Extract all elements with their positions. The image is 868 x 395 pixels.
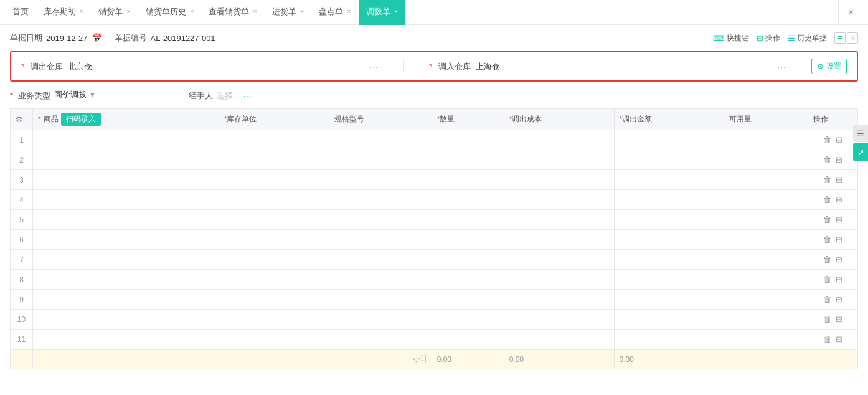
delete-icon-5[interactable]: 🗑: [823, 215, 831, 224]
spec-cell-4[interactable]: [329, 190, 432, 210]
tab-close-sales-history[interactable]: ×: [190, 8, 194, 15]
business-type-select[interactable]: 同价调拨 ▼: [54, 89, 154, 102]
spec-cell-11[interactable]: [329, 330, 432, 350]
spec-cell-2[interactable]: [329, 150, 432, 170]
qty-cell-11[interactable]: [432, 330, 504, 350]
product-cell-5[interactable]: [33, 210, 219, 230]
copy-icon-10[interactable]: ⊞: [836, 315, 842, 324]
th-gear[interactable]: ⚙: [11, 109, 33, 130]
side-tool-list-button[interactable]: ☰: [853, 125, 868, 142]
cost-cell-6[interactable]: [504, 230, 614, 250]
tab-close-transfer[interactable]: ×: [394, 8, 398, 15]
copy-icon-2[interactable]: ⊞: [836, 155, 842, 164]
delete-icon-11[interactable]: 🗑: [823, 335, 831, 344]
amount-cell-4[interactable]: [614, 190, 724, 210]
handler-placeholder[interactable]: 选择...: [217, 90, 240, 102]
tab-sales-order[interactable]: 销货单 ×: [91, 0, 138, 25]
unit-cell-8[interactable]: [219, 270, 329, 290]
unit-cell-4[interactable]: [219, 190, 329, 210]
amount-cell-7[interactable]: [614, 250, 724, 270]
copy-icon-5[interactable]: ⊞: [836, 215, 842, 224]
cost-cell-5[interactable]: [504, 210, 614, 230]
unit-cell-1[interactable]: [219, 130, 329, 150]
unit-cell-3[interactable]: [219, 170, 329, 190]
product-cell-8[interactable]: [33, 270, 219, 290]
qty-cell-5[interactable]: [432, 210, 504, 230]
copy-icon-11[interactable]: ⊞: [836, 335, 842, 344]
qty-cell-4[interactable]: [432, 190, 504, 210]
spec-cell-5[interactable]: [329, 210, 432, 230]
view-grid-button[interactable]: ⊞: [847, 32, 858, 44]
qty-cell-9[interactable]: [432, 290, 504, 310]
cost-cell-8[interactable]: [504, 270, 614, 290]
calendar-icon[interactable]: 📅: [92, 33, 102, 43]
tab-sales-history[interactable]: 销货单历史 ×: [138, 0, 201, 25]
tab-purchase-order[interactable]: 进货单 ×: [265, 0, 311, 25]
qty-cell-1[interactable]: [432, 130, 504, 150]
tab-close-sales-order[interactable]: ×: [126, 8, 130, 15]
product-cell-10[interactable]: [33, 310, 219, 330]
cost-cell-2[interactable]: [504, 150, 614, 170]
delete-icon-2[interactable]: 🗑: [823, 155, 831, 164]
product-cell-11[interactable]: [33, 330, 219, 350]
tab-transfer[interactable]: 调拨单 ×: [359, 0, 405, 25]
spec-cell-3[interactable]: [329, 170, 432, 190]
cost-cell-11[interactable]: [504, 330, 614, 350]
amount-cell-1[interactable]: [614, 130, 724, 150]
history-button[interactable]: ☰ 历史单据: [788, 33, 827, 44]
delete-icon-10[interactable]: 🗑: [823, 315, 831, 324]
delete-icon-4[interactable]: 🗑: [823, 195, 831, 204]
qty-cell-2[interactable]: [432, 150, 504, 170]
cost-cell-1[interactable]: [504, 130, 614, 150]
product-cell-1[interactable]: [33, 130, 219, 150]
cost-cell-9[interactable]: [504, 290, 614, 310]
spec-cell-1[interactable]: [329, 130, 432, 150]
spec-cell-9[interactable]: [329, 290, 432, 310]
unit-cell-6[interactable]: [219, 230, 329, 250]
copy-icon-6[interactable]: ⊞: [836, 235, 842, 244]
unit-cell-5[interactable]: [219, 210, 329, 230]
product-cell-9[interactable]: [33, 290, 219, 310]
amount-cell-6[interactable]: [614, 230, 724, 250]
qty-cell-10[interactable]: [432, 310, 504, 330]
tab-inventory-init[interactable]: 库存期初 ×: [36, 0, 91, 25]
copy-icon-3[interactable]: ⊞: [836, 175, 842, 184]
qty-cell-8[interactable]: [432, 270, 504, 290]
amount-cell-9[interactable]: [614, 290, 724, 310]
amount-cell-2[interactable]: [614, 150, 724, 170]
product-cell-7[interactable]: [33, 250, 219, 270]
qty-cell-3[interactable]: [432, 170, 504, 190]
tab-view-sales[interactable]: 查看销货单 ×: [201, 0, 264, 25]
cost-cell-7[interactable]: [504, 250, 614, 270]
amount-cell-5[interactable]: [614, 210, 724, 230]
operation-button[interactable]: ⊞ 操作: [757, 33, 780, 44]
copy-icon-4[interactable]: ⊞: [836, 195, 842, 204]
unit-cell-7[interactable]: [219, 250, 329, 270]
unit-cell-10[interactable]: [219, 310, 329, 330]
handler-more-button[interactable]: ···: [243, 92, 252, 100]
shortcut-button[interactable]: ⌨ 快捷键: [713, 33, 749, 44]
unit-cell-9[interactable]: [219, 290, 329, 310]
amount-cell-3[interactable]: [614, 170, 724, 190]
amount-cell-10[interactable]: [614, 310, 724, 330]
delete-icon-7[interactable]: 🗑: [823, 255, 831, 264]
product-cell-4[interactable]: [33, 190, 219, 210]
warehouse-out-more-button[interactable]: ···: [369, 62, 379, 72]
copy-icon-8[interactable]: ⊞: [836, 275, 842, 284]
spec-cell-6[interactable]: [329, 230, 432, 250]
spec-cell-10[interactable]: [329, 310, 432, 330]
amount-cell-8[interactable]: [614, 270, 724, 290]
delete-icon-9[interactable]: 🗑: [823, 295, 831, 304]
scan-button[interactable]: 扫码录入: [61, 113, 101, 126]
amount-cell-11[interactable]: [614, 330, 724, 350]
settings-button[interactable]: ⚙ 设置: [811, 59, 847, 74]
spec-cell-8[interactable]: [329, 270, 432, 290]
tab-home[interactable]: 首页: [5, 0, 36, 25]
warehouse-out-value[interactable]: 北京仓: [68, 61, 92, 72]
view-list-button[interactable]: ☰: [834, 32, 846, 44]
spec-cell-7[interactable]: [329, 250, 432, 270]
delete-icon-3[interactable]: 🗑: [823, 175, 831, 184]
copy-icon-7[interactable]: ⊞: [836, 255, 842, 264]
warehouse-in-value[interactable]: 上海仓: [476, 61, 500, 72]
tab-close-purchase-order[interactable]: ×: [300, 8, 304, 15]
